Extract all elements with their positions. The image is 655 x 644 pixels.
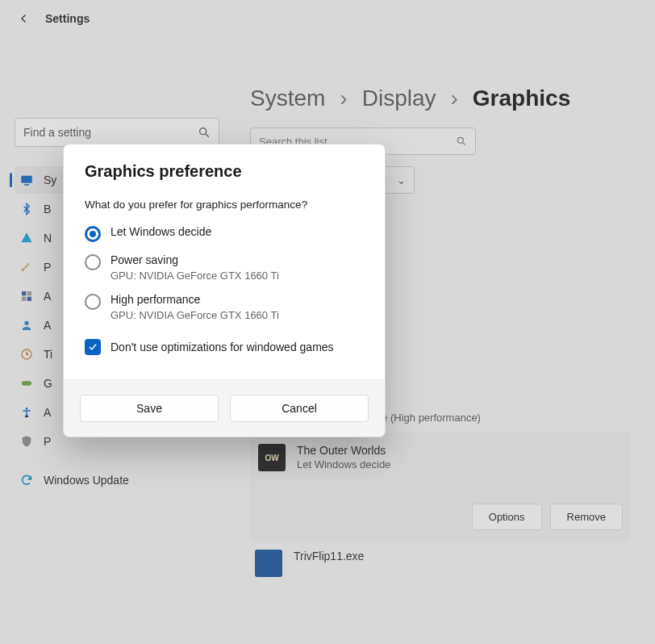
chevron-down-icon: ⌄ xyxy=(397,174,406,186)
sidebar-item-label: B xyxy=(44,203,51,215)
radio-power-saving[interactable]: Power saving GPU: NVIDIA GeForce GTX 166… xyxy=(85,253,364,282)
chevron-right-icon: › xyxy=(451,86,458,111)
shield-icon xyxy=(19,434,34,449)
sidebar-item-label: G xyxy=(44,377,52,390)
breadcrumb-display[interactable]: Display xyxy=(362,86,436,111)
gamepad-icon xyxy=(19,376,34,391)
accessibility-icon xyxy=(19,405,34,420)
svg-rect-6 xyxy=(27,297,31,301)
breadcrumb-graphics: Graphics xyxy=(473,86,570,111)
app-icon: OW xyxy=(258,444,286,471)
radio-sub: GPU: NVIDIA GeForce GTX 1660 Ti xyxy=(111,270,279,282)
radio-label: Power saving xyxy=(111,253,279,266)
app-sub: Let Windows decide xyxy=(297,458,390,470)
app-name: The Outer Worlds xyxy=(297,444,390,457)
app-title: Settings xyxy=(45,12,90,25)
sidebar-item-label: P xyxy=(44,261,51,274)
accounts-icon xyxy=(19,318,34,332)
radio-high-performance[interactable]: High performance GPU: NVIDIA GeForce GTX… xyxy=(85,293,364,321)
cancel-button[interactable]: Cancel xyxy=(230,395,369,422)
radio-label: High performance xyxy=(111,293,279,306)
bluetooth-icon xyxy=(19,202,34,216)
radio-icon xyxy=(85,254,101,270)
search-icon xyxy=(456,136,467,147)
sidebar-item-label: A xyxy=(44,406,51,419)
sidebar-item-label: Windows Update xyxy=(44,474,129,487)
checkbox-windowed-games[interactable]: Don't use optimizations for windowed gam… xyxy=(85,339,364,355)
remove-button[interactable]: Remove xyxy=(550,504,623,530)
sidebar-item-label: A xyxy=(44,319,51,332)
breadcrumb: System › Display › Graphics xyxy=(250,86,631,111)
find-placeholder: Find a setting xyxy=(23,126,198,139)
clock-icon xyxy=(19,347,34,362)
sidebar-item-label: N xyxy=(44,232,52,245)
svg-rect-3 xyxy=(22,291,26,295)
checkbox-label: Don't use optimizations for windowed gam… xyxy=(111,341,334,353)
brush-icon xyxy=(19,260,34,274)
dialog-title: Graphics preference xyxy=(85,162,364,181)
search-icon xyxy=(198,126,211,139)
save-button[interactable]: Save xyxy=(80,395,219,422)
app-name: TrivFlip11.exe xyxy=(294,550,364,562)
breadcrumb-system[interactable]: System xyxy=(250,86,325,111)
sidebar-item-label: Sy xyxy=(44,174,56,186)
svg-point-7 xyxy=(24,321,28,325)
svg-point-0 xyxy=(200,128,207,135)
checkbox-icon xyxy=(85,339,101,355)
svg-rect-9 xyxy=(22,381,31,385)
svg-rect-4 xyxy=(27,291,31,295)
chevron-right-icon: › xyxy=(340,86,347,111)
apps-icon xyxy=(19,289,34,303)
radio-let-windows-decide[interactable]: Let Windows decide xyxy=(85,225,364,242)
sidebar-item-label: Ti xyxy=(44,348,52,361)
graphics-preference-dialog: Graphics preference What do you prefer f… xyxy=(63,144,386,437)
svg-rect-5 xyxy=(22,297,26,301)
find-setting-input[interactable]: Find a setting xyxy=(15,118,219,147)
system-icon xyxy=(19,173,34,187)
radio-label: Let Windows decide xyxy=(111,225,211,238)
svg-rect-2 xyxy=(24,184,29,186)
sidebar-item-label: A xyxy=(44,290,51,303)
app-row-outer-worlds[interactable]: OW The Outer Worlds Let Windows decide O… xyxy=(250,433,631,542)
app-icon xyxy=(255,550,282,577)
radio-icon xyxy=(85,294,101,310)
svg-point-11 xyxy=(457,137,463,143)
radio-sub: GPU: NVIDIA GeForce GTX 1660 Ti xyxy=(111,309,279,321)
options-button[interactable]: Options xyxy=(472,504,542,530)
svg-rect-1 xyxy=(21,176,32,183)
svg-point-10 xyxy=(26,408,28,410)
update-icon xyxy=(19,473,34,487)
radio-icon xyxy=(85,226,101,242)
sidebar-item-windows-update[interactable]: Windows Update xyxy=(15,466,219,494)
back-button[interactable] xyxy=(16,11,31,26)
network-icon xyxy=(19,231,34,245)
app-row-trivflip[interactable]: TrivFlip11.exe xyxy=(250,542,631,585)
dialog-question: What do you prefer for graphics performa… xyxy=(85,199,364,211)
sidebar-item-label: P xyxy=(44,435,51,448)
